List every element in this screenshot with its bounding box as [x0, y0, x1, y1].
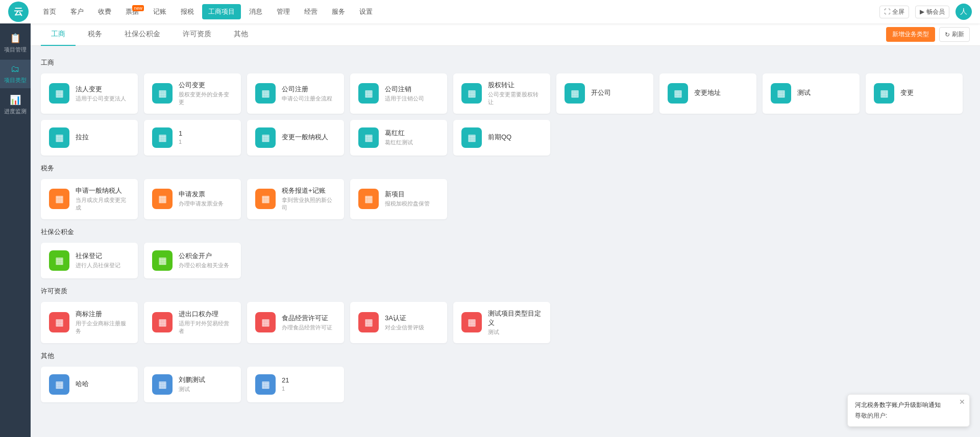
- nav-item-account[interactable]: 记账: [147, 4, 173, 19]
- tab-gongshang[interactable]: 工商: [41, 23, 76, 46]
- card-text-item-21: 21 1: [282, 376, 289, 393]
- card-icon-liupeng-test: ▦: [152, 374, 173, 395]
- notification-close[interactable]: ✕: [959, 398, 965, 406]
- tab-social[interactable]: 社保公积金: [114, 23, 170, 46]
- nav-item-client[interactable]: 客户: [64, 4, 90, 19]
- refresh-button[interactable]: ↻ 刷新: [939, 27, 970, 42]
- card-ge-hong-hong[interactable]: ▦ 葛红红 葛红红测试: [350, 120, 447, 156]
- card-text-food-license: 食品经营许可证 办理食品经营许可证: [282, 314, 332, 331]
- card-icon-symbol-test-type: ▦: [468, 317, 476, 328]
- sidebar-icon-progress-monitor: 📊: [10, 94, 21, 106]
- card-desc-social-register: 进行人员社保登记: [76, 262, 120, 269]
- sidebar-item-project-manage[interactable]: 📋 项目管理: [0, 29, 31, 58]
- card-company-register[interactable]: ▦ 公司注册 申请公司注册全流程: [247, 73, 344, 114]
- card-company-change[interactable]: ▦ 公司变更 股权变更外的业务变更: [144, 73, 241, 114]
- card-social-register[interactable]: ▦ 社保登记 进行人员社保登记: [41, 243, 138, 278]
- card-text-liupeng-test: 刘鹏测试 测试: [179, 375, 205, 393]
- main-content: 工商税务社保公积金许可资质其他 新增业务类型 ↻ 刷新 工商 ▦ 法人变更 适用…: [31, 23, 980, 419]
- card-name-company-change: 公司变更: [179, 81, 233, 90]
- card-test[interactable]: ▦ 测试: [763, 73, 860, 114]
- card-apply-invoice[interactable]: ▦ 申请发票 办理申请发票业务: [144, 179, 241, 219]
- card-item-1[interactable]: ▦ 1 1: [144, 120, 241, 156]
- card-haha[interactable]: ▦ 哈哈: [41, 367, 138, 402]
- card-icon-symbol-3a-cert: ▦: [364, 317, 373, 328]
- card-text-qianqi-qq: 前期QQ: [488, 133, 511, 143]
- notification-title: 河北税务数字账户升级影响通知: [855, 401, 962, 409]
- card-change[interactable]: ▦ 变更: [866, 73, 963, 114]
- app-logo: 云: [8, 2, 29, 22]
- card-tax-report-account[interactable]: ▦ 税务报道+记账 拿到营业执照的新公司: [247, 179, 344, 219]
- card-qianqi-qq[interactable]: ▦ 前期QQ: [453, 120, 550, 156]
- card-text-item-1: 1 1: [179, 130, 182, 146]
- card-housing-fund[interactable]: ▦ 公积金开户 办理公积金相关业务: [144, 243, 241, 278]
- card-legal-change[interactable]: ▦ 法人变更 适用于公司变更法人: [41, 73, 138, 114]
- vip-button[interactable]: ▶ 畅会员: [915, 6, 949, 18]
- card-text-import-export: 进出口权办理 适用于对外贸易经营者: [179, 310, 233, 336]
- nav-item-service[interactable]: 服务: [326, 4, 351, 19]
- tab-license[interactable]: 许可资质: [173, 23, 222, 46]
- card-icon-open-company: ▦: [565, 83, 585, 104]
- card-apply-taxpayer[interactable]: ▦ 申请一般纳税人 当月或次月成变更完成: [41, 179, 138, 219]
- card-text-change: 变更: [900, 88, 914, 98]
- card-test-type[interactable]: ▦ 测试项目类型目定义 测试: [453, 302, 550, 343]
- fullscreen-button[interactable]: ⛶ 全屏: [879, 6, 909, 18]
- card-change-address[interactable]: ▦ 变更地址: [659, 73, 756, 114]
- card-import-export[interactable]: ▦ 进出口权办理 适用于对外贸易经营者: [144, 302, 241, 343]
- card-lala[interactable]: ▦ 拉拉: [41, 120, 138, 156]
- tab-other[interactable]: 其他: [224, 23, 258, 46]
- card-name-item-21: 21: [282, 376, 289, 384]
- card-food-license[interactable]: ▦ 食品经营许可证 办理食品经营许可证: [247, 302, 344, 343]
- card-item-21[interactable]: ▦ 21 1: [247, 367, 344, 402]
- card-icon-symbol-company-register: ▦: [261, 88, 270, 99]
- card-liupeng-test[interactable]: ▦ 刘鹏测试 测试: [144, 367, 241, 402]
- card-icon-3a-cert: ▦: [358, 312, 379, 332]
- new-type-button[interactable]: 新增业务类型: [886, 27, 935, 42]
- sidebar-label-progress-monitor: 进度监测: [4, 108, 27, 115]
- card-name-apply-invoice: 申请发票: [179, 190, 224, 199]
- nav-item-gongshang[interactable]: 工商项目: [202, 4, 241, 19]
- card-name-new-project: 新项目: [385, 190, 430, 199]
- card-icon-symbol-import-export: ▦: [158, 317, 167, 328]
- card-icon-change-taxpayer: ▦: [255, 127, 276, 148]
- tab-tax[interactable]: 税务: [78, 23, 112, 46]
- avatar[interactable]: 人: [955, 4, 972, 20]
- sidebar-item-progress-monitor[interactable]: 📊 进度监测: [0, 90, 31, 119]
- nav-item-message[interactable]: 消息: [243, 4, 268, 19]
- card-icon-symbol-change-taxpayer: ▦: [261, 132, 270, 143]
- fullscreen-icon: ⛶: [884, 8, 890, 15]
- nav-item-home[interactable]: 首页: [37, 4, 62, 19]
- card-name-change-taxpayer: 变更一般纳税人: [282, 133, 328, 142]
- nav-item-ticket[interactable]: 票据new: [119, 4, 145, 19]
- card-trademark[interactable]: ▦ 商标注册 用于企业商标注册服务: [41, 302, 138, 343]
- card-icon-symbol-liupeng-test: ▦: [158, 379, 167, 390]
- card-change-taxpayer[interactable]: ▦ 变更一般纳税人: [247, 120, 344, 156]
- nav-item-tax[interactable]: 报税: [175, 4, 200, 19]
- card-open-company[interactable]: ▦ 开公司: [556, 73, 653, 114]
- section-title-other: 其他: [41, 351, 970, 361]
- card-text-social-register: 社保登记 进行人员社保登记: [76, 251, 120, 269]
- card-icon-symbol-legal-change: ▦: [55, 88, 64, 99]
- card-icon-ge-hong-hong: ▦: [358, 127, 379, 148]
- card-text-change-taxpayer: 变更一般纳税人: [282, 133, 328, 143]
- card-icon-symbol-apply-invoice: ▦: [158, 193, 167, 204]
- card-text-tax-report-account: 税务报道+记账 拿到营业执照的新公司: [282, 186, 336, 212]
- card-company-cancel[interactable]: ▦ 公司注销 适用于注销公司: [350, 73, 447, 114]
- card-icon-symbol-qianqi-qq: ▦: [468, 132, 476, 143]
- card-icon-symbol-housing-fund: ▦: [158, 255, 167, 266]
- card-name-change-address: 变更地址: [694, 88, 721, 97]
- card-name-open-company: 开公司: [591, 88, 611, 97]
- card-icon-symbol-company-cancel: ▦: [364, 88, 373, 99]
- card-new-project[interactable]: ▦ 新项目 报税加税控盘保管: [350, 179, 447, 219]
- card-3a-cert[interactable]: ▦ 3A认证 对企业信誉评级: [350, 302, 447, 343]
- card-equity-transfer[interactable]: ▦ 股权转让 公司变更需要股权转让: [453, 73, 550, 114]
- card-icon-company-cancel: ▦: [358, 83, 379, 104]
- nav-item-operation[interactable]: 经营: [298, 4, 324, 19]
- sidebar-item-project-type[interactable]: 🗂 项目类型: [0, 60, 31, 88]
- nav-item-fee[interactable]: 收费: [92, 4, 117, 19]
- card-desc-company-change: 股权变更外的业务变更: [179, 91, 233, 107]
- card-name-3a-cert: 3A认证: [385, 314, 424, 323]
- card-name-company-cancel: 公司注销: [385, 85, 424, 94]
- nav-item-manage[interactable]: 管理: [271, 4, 296, 19]
- nav-item-settings[interactable]: 设置: [353, 4, 379, 19]
- card-icon-housing-fund: ▦: [152, 250, 173, 271]
